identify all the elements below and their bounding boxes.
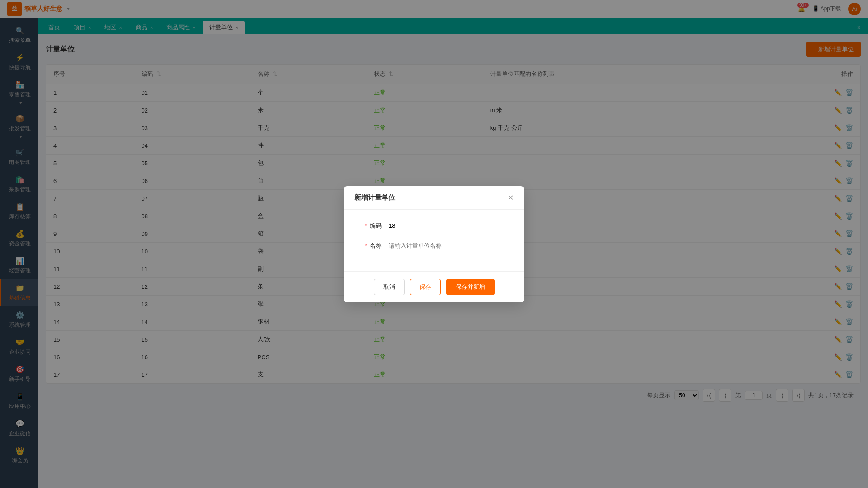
- form-row-name: * 名称: [354, 240, 514, 251]
- name-input[interactable]: [385, 240, 514, 251]
- modal-body: * 编码 * 名称: [344, 210, 524, 271]
- modal-title: 新增计量单位: [354, 193, 395, 202]
- name-label: * 名称: [354, 242, 382, 250]
- save-button[interactable]: 保存: [410, 279, 441, 295]
- name-label-text: 名称: [370, 242, 382, 249]
- code-label-text: 编码: [370, 222, 382, 229]
- form-row-code: * 编码: [354, 221, 514, 231]
- add-measure-unit-modal: 新增计量单位 ✕ * 编码 * 名称 取消 保存 保存并新增: [344, 186, 524, 302]
- save-and-new-button[interactable]: 保存并新增: [446, 279, 495, 295]
- code-input[interactable]: [385, 221, 514, 231]
- modal-header: 新增计量单位 ✕: [344, 186, 524, 210]
- cancel-button[interactable]: 取消: [374, 279, 405, 295]
- code-label: * 编码: [354, 222, 382, 230]
- name-required-mark: *: [365, 242, 367, 249]
- code-required-mark: *: [365, 222, 367, 229]
- modal-footer: 取消 保存 保存并新增: [344, 271, 524, 302]
- modal-close-button[interactable]: ✕: [508, 193, 514, 202]
- modal-overlay: 新增计量单位 ✕ * 编码 * 名称 取消 保存 保存并新增: [0, 0, 868, 488]
